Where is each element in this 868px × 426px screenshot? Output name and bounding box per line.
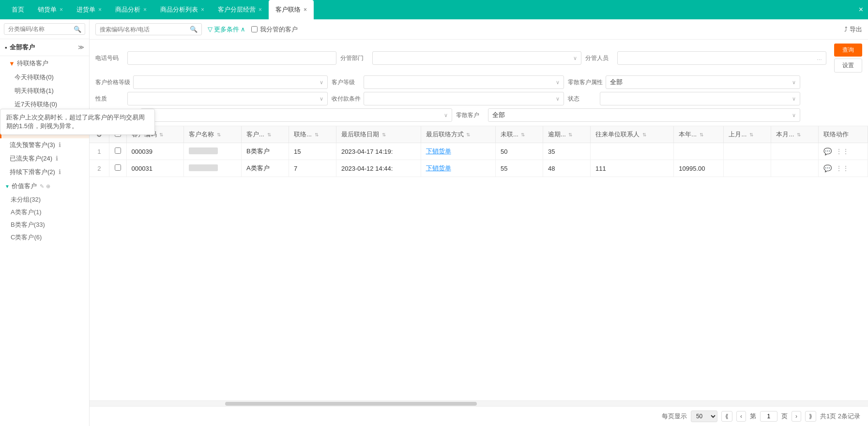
code-sort-icon[interactable]: ⇅ xyxy=(159,132,163,137)
add-group-icon[interactable]: ⊕ xyxy=(46,183,50,190)
sidebar-churn-warning[interactable]: 流失预警客户(3) ℹ xyxy=(0,138,89,152)
export-button[interactable]: ⤴ 导出 xyxy=(844,25,862,34)
payment-select[interactable]: ∨ xyxy=(364,92,564,105)
filter-customer-grade: 客户等级 ∨ xyxy=(332,75,564,89)
cp-sort-icon[interactable]: ⇅ xyxy=(642,132,646,137)
sidebar-declining[interactable]: 持续下滑客户(2) ℹ xyxy=(0,165,89,179)
close-purchase-tab[interactable]: × xyxy=(98,6,102,13)
filter-price-grade: 客户价格等级 ∨ xyxy=(95,75,328,89)
my-customers-checkbox[interactable] xyxy=(251,26,258,32)
row1-more-icon[interactable]: ⋮⋮ xyxy=(836,147,849,155)
horizontal-scrollbar[interactable] xyxy=(90,400,868,406)
nav-home[interactable]: 首页 xyxy=(5,0,31,19)
nav-purchase[interactable]: 进货单 × xyxy=(70,0,108,19)
ya-sort-icon[interactable]: ⇅ xyxy=(700,132,703,137)
retail-attr-select[interactable]: 全部 ∨ xyxy=(606,75,800,89)
sidebar: 🔍 ▪ 全部客户 ≫ ▼ 待联络客户 今天待联络(0) 明天待联络(1) 近7天… xyxy=(0,19,90,426)
row2-index: 2 xyxy=(90,160,109,177)
unlisted-sort-icon[interactable]: ⇅ xyxy=(521,132,525,137)
filter-dept: 分管部门 ∨ xyxy=(340,51,581,65)
setting-button[interactable]: 设置 xyxy=(834,59,862,73)
row1-actions: 💬 ⋮⋮ xyxy=(819,143,868,160)
close-product-tab[interactable]: × xyxy=(143,6,147,13)
th-contact-count: 联络... ⇅ xyxy=(289,126,336,143)
retail-customer-select[interactable]: 全部 ∨ xyxy=(488,108,800,122)
filter-phone: 电话号码 xyxy=(95,51,336,65)
scrollbar-thumb[interactable] xyxy=(225,402,477,406)
th-grade: 客户... ⇅ xyxy=(242,126,289,143)
close-tier-tab[interactable]: × xyxy=(259,6,262,13)
grade-sort-icon[interactable]: ⇅ xyxy=(267,132,271,137)
filter-row-3: 性质 ∨ 收付款条件 ∨ 状态 xyxy=(95,92,862,105)
next-page-btn[interactable]: › xyxy=(792,411,801,422)
sidebar-tomorrow-contact[interactable]: 明天待联络(1) xyxy=(5,84,89,98)
row2-more-icon[interactable]: ⋮⋮ xyxy=(836,164,849,172)
customer-grade-arrow-icon: ∨ xyxy=(556,79,560,86)
sidebar-ungroup[interactable]: 未分组(32) xyxy=(0,193,89,206)
close-product-list-tab[interactable]: × xyxy=(201,6,204,13)
customer-type-select[interactable]: ∨ xyxy=(140,108,453,122)
last-page-btn[interactable]: ⟫ xyxy=(805,411,816,422)
main-search-icon[interactable]: 🔍 xyxy=(190,26,198,33)
status-select[interactable]: ∨ xyxy=(600,92,800,105)
nav-customer-contact[interactable]: 客户联络 × xyxy=(269,0,314,19)
sidebar-search-input[interactable] xyxy=(4,23,85,35)
close-sales-tab[interactable]: × xyxy=(60,6,63,13)
more-conditions-btn[interactable]: ▽ 更多条件 ∧ xyxy=(208,25,245,34)
person-select[interactable]: … xyxy=(617,51,826,65)
name-sort-icon[interactable]: ⇅ xyxy=(217,132,221,137)
lm-sort-icon[interactable]: ⇅ xyxy=(749,132,753,137)
info-icon4: ℹ xyxy=(59,168,61,176)
window-close-btn[interactable]: × xyxy=(859,5,863,14)
sidebar-b-class[interactable]: B类客户(33) xyxy=(0,219,89,231)
sidebar-a-class[interactable]: A类客户(1) xyxy=(0,206,89,219)
collapse-icon[interactable]: ≫ xyxy=(78,44,84,51)
page-number-input[interactable] xyxy=(760,411,777,422)
filter-row-4: ... 客户类型 ∨ 零散客户 全部 ∨ xyxy=(95,108,862,122)
per-page-select[interactable]: 50 100 200 xyxy=(691,411,717,422)
date-sort-icon[interactable]: ⇅ xyxy=(382,132,386,137)
all-customers-header[interactable]: ▪ 全部客户 ≫ xyxy=(0,39,89,56)
sidebar-today-contact[interactable]: 今天待联络(0) xyxy=(5,71,89,84)
status-arrow-icon: ∨ xyxy=(792,96,796,102)
row2-chat-icon[interactable]: 💬 xyxy=(823,164,832,172)
repurchase-tooltip: 距客户上次交易时长，超过了此客户的平均交易周期的1.5倍，则视为异常。 xyxy=(0,109,90,135)
value-customers-header[interactable]: ▼ 价值客户 ✎ ⊕ xyxy=(0,179,89,193)
query-button[interactable]: 查询 xyxy=(834,44,862,57)
total-records: 共1页 2条记录 xyxy=(820,412,860,421)
row1-chat-icon[interactable]: 💬 xyxy=(823,147,832,155)
row2-actions: 💬 ⋮⋮ xyxy=(819,160,868,177)
pending-contact-header[interactable]: ▼ 待联络客户 xyxy=(5,56,89,71)
method-sort-icon[interactable]: ⇅ xyxy=(466,132,470,137)
nav-product-analysis[interactable]: 商品分析 × xyxy=(108,0,153,19)
nav-product-list[interactable]: 商品分析列表 × xyxy=(153,0,211,19)
sidebar-c-class[interactable]: C类客户(6) xyxy=(0,231,89,244)
contact-sort-icon[interactable]: ⇅ xyxy=(315,132,319,137)
dept-select[interactable]: ∨ xyxy=(372,51,581,65)
row1-last-method: 下销货单 xyxy=(421,143,495,160)
phone-input[interactable] xyxy=(127,51,336,65)
price-grade-select[interactable]: ∨ xyxy=(133,75,328,89)
customer-grade-select[interactable]: ∨ xyxy=(364,75,564,89)
main-layout: 🔍 ▪ 全部客户 ≫ ▼ 待联络客户 今天待联络(0) 明天待联络(1) 近7天… xyxy=(0,19,868,426)
nav-sales[interactable]: 销货单 × xyxy=(31,0,70,19)
customer-table: ⚙ 客户编码 ⇅ 客户名称 ⇅ xyxy=(90,126,868,177)
nav-customer-tier[interactable]: 客户分层经营 × xyxy=(211,0,269,19)
gender-select[interactable]: ∨ xyxy=(127,92,328,105)
tm-sort-icon[interactable]: ⇅ xyxy=(797,132,801,137)
sidebar-search-icon[interactable]: 🔍 xyxy=(74,26,81,33)
filter-row-2: 客户价格等级 ∨ 客户等级 ∨ 零散客户属性 全部 xyxy=(95,75,862,89)
main-search-input[interactable] xyxy=(100,26,188,33)
filter-area: 电话号码 分管部门 ∨ 分管人员 … xyxy=(90,40,868,126)
edit-icon[interactable]: ✎ xyxy=(40,183,44,190)
row2-select[interactable] xyxy=(115,164,121,171)
value-arrow-icon: ▼ xyxy=(5,184,10,189)
sidebar-churned[interactable]: 已流失客户(24) ℹ xyxy=(0,152,89,165)
filter-action-buttons: 查询 设置 xyxy=(834,44,862,73)
row1-select[interactable] xyxy=(115,147,121,154)
filter-icon: ▽ xyxy=(208,26,213,33)
close-contact-tab[interactable]: × xyxy=(304,6,307,13)
overdue-sort-icon[interactable]: ⇅ xyxy=(568,132,572,137)
prev-page-btn[interactable]: ‹ xyxy=(736,411,746,422)
first-page-btn[interactable]: ⟪ xyxy=(721,411,732,422)
